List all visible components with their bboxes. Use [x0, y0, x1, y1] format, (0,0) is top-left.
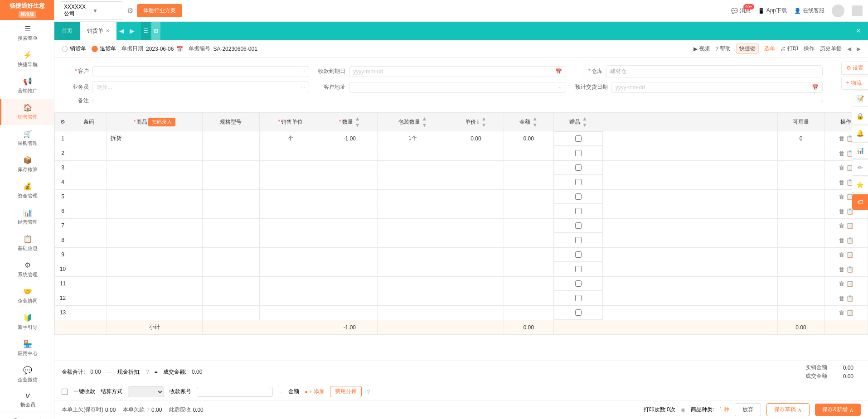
- one-click-payment-checkbox[interactable]: [62, 389, 68, 395]
- cell-product[interactable]: [107, 189, 202, 204]
- cell-spec[interactable]: [203, 204, 259, 218]
- sidebar-item-basic[interactable]: 📋 基础信息: [0, 230, 54, 256]
- cell-gift[interactable]: [554, 247, 603, 262]
- tab-prev-icon[interactable]: ◀: [116, 27, 127, 34]
- cell-unit[interactable]: [259, 262, 322, 276]
- cell-gift[interactable]: [554, 189, 603, 204]
- sidebar-item-enterprise[interactable]: 🤝 企业协同: [0, 283, 54, 309]
- cell-gift[interactable]: [554, 291, 603, 305]
- cell-spec[interactable]: [203, 291, 259, 305]
- float-tag-btn[interactable]: 🏷: [852, 194, 868, 210]
- delivery-input[interactable]: yyyy-mm-dd 📅: [611, 82, 823, 93]
- operation-btn[interactable]: 操作: [804, 45, 815, 53]
- cell-price[interactable]: [448, 305, 504, 320]
- address-input[interactable]: ···: [349, 82, 566, 93]
- copy-icon[interactable]: 📋: [846, 309, 853, 316]
- cell-barcode[interactable]: [71, 189, 107, 204]
- cell-pack-qty[interactable]: [378, 233, 448, 247]
- float-edit-btn[interactable]: ✏: [852, 159, 868, 176]
- cell-unit[interactable]: [259, 204, 322, 218]
- cell-unit[interactable]: 个: [259, 131, 322, 146]
- delete-icon[interactable]: 🗑: [839, 222, 844, 229]
- cell-barcode[interactable]: [71, 247, 107, 262]
- cell-product[interactable]: [107, 291, 202, 305]
- cell-price[interactable]: [448, 189, 504, 204]
- cell-qty[interactable]: [322, 160, 377, 175]
- cell-product[interactable]: [107, 175, 202, 189]
- cell-gift[interactable]: [554, 262, 603, 276]
- cell-pack-qty[interactable]: [378, 291, 448, 305]
- messages-button[interactable]: 💬 消息 99+: [731, 7, 751, 14]
- cell-pack-qty[interactable]: [378, 160, 448, 175]
- app-download-button[interactable]: 📱 App下载: [758, 7, 787, 14]
- float-bell-btn[interactable]: 🔔: [852, 125, 868, 141]
- remarks-input[interactable]: [92, 99, 823, 103]
- cell-pack-qty[interactable]: [378, 218, 448, 233]
- sidebar-item-appstore[interactable]: 🏪 应用中心: [0, 335, 54, 361]
- shortcut-btn[interactable]: 快捷键: [736, 43, 759, 54]
- history-btn[interactable]: 历史单据: [820, 45, 842, 53]
- copy-icon[interactable]: 📋: [846, 237, 853, 244]
- cell-spec[interactable]: [203, 233, 259, 247]
- cell-amount[interactable]: [504, 276, 553, 291]
- settings-side-btn[interactable]: ⚙ 设置: [841, 62, 868, 75]
- cell-gift[interactable]: [554, 276, 603, 291]
- save-new-btn[interactable]: 保存&新增 ∧: [815, 404, 861, 416]
- cell-price[interactable]: [448, 204, 504, 218]
- delete-icon[interactable]: 🗑: [839, 164, 844, 171]
- cell-barcode[interactable]: [71, 305, 107, 320]
- cell-unit[interactable]: [259, 146, 322, 160]
- sidebar-collapse-btn[interactable]: ◀: [36, 417, 41, 419]
- cell-qty[interactable]: [322, 189, 377, 204]
- payment-method-select[interactable]: [128, 386, 164, 397]
- tab-next-icon[interactable]: ▶: [127, 27, 137, 34]
- cell-product[interactable]: [107, 262, 202, 276]
- radio-return[interactable]: 退货单: [92, 45, 116, 53]
- cell-barcode[interactable]: [71, 218, 107, 233]
- cell-qty[interactable]: [322, 233, 377, 247]
- cell-spec[interactable]: [203, 276, 259, 291]
- cell-spec[interactable]: [203, 247, 259, 262]
- cell-product[interactable]: [107, 204, 202, 218]
- user-avatar[interactable]: [832, 5, 844, 17]
- cell-unit[interactable]: [259, 291, 322, 305]
- cell-spec[interactable]: [203, 218, 259, 233]
- cell-product[interactable]: [107, 160, 202, 175]
- delete-icon[interactable]: 🗑: [839, 150, 844, 157]
- cell-price[interactable]: [448, 233, 504, 247]
- abandon-btn[interactable]: 放弃: [735, 403, 761, 416]
- copy-icon[interactable]: 📋: [846, 295, 853, 302]
- sidebar-item-sales[interactable]: 🏠 销售管理: [0, 99, 54, 125]
- cell-unit[interactable]: [259, 276, 322, 291]
- cell-qty[interactable]: [322, 218, 377, 233]
- cell-unit[interactable]: [259, 218, 322, 233]
- tab-sales-order[interactable]: 销货单 ×: [80, 22, 116, 40]
- cell-amount[interactable]: [504, 160, 553, 175]
- cell-pack-qty[interactable]: [378, 175, 448, 189]
- cell-unit[interactable]: [259, 160, 322, 175]
- cell-product[interactable]: 拆货: [107, 131, 202, 146]
- cell-unit[interactable]: [259, 247, 322, 262]
- customer-input[interactable]: ···: [92, 66, 309, 77]
- cell-gift[interactable]: [554, 160, 603, 175]
- question-icon[interactable]: ?: [146, 369, 149, 375]
- nav-prev-icon[interactable]: ◀: [847, 46, 851, 52]
- tab-close-icon[interactable]: ×: [106, 28, 109, 34]
- sidebar-item-members[interactable]: V 畅会员: [0, 388, 54, 413]
- sidebar-settings-btn[interactable]: ⚙: [13, 417, 19, 419]
- cell-gift[interactable]: [554, 204, 603, 218]
- cell-product[interactable]: [107, 305, 202, 320]
- cell-gift[interactable]: [554, 131, 603, 146]
- cell-unit[interactable]: [259, 305, 322, 320]
- cell-barcode[interactable]: [71, 131, 107, 146]
- cell-price[interactable]: [448, 175, 504, 189]
- save-draft-btn[interactable]: 保存草稿 ∧: [766, 403, 810, 416]
- cell-amount[interactable]: [504, 291, 553, 305]
- nav-next-icon[interactable]: ▶: [857, 46, 861, 52]
- cell-qty[interactable]: [322, 175, 377, 189]
- list-view-btn[interactable]: ☰: [141, 22, 150, 40]
- delete-icon[interactable]: 🗑: [839, 237, 844, 244]
- cell-qty[interactable]: [322, 291, 377, 305]
- cell-price[interactable]: [448, 218, 504, 233]
- sidebar-item-operations[interactable]: 📊 经营管理: [0, 204, 54, 230]
